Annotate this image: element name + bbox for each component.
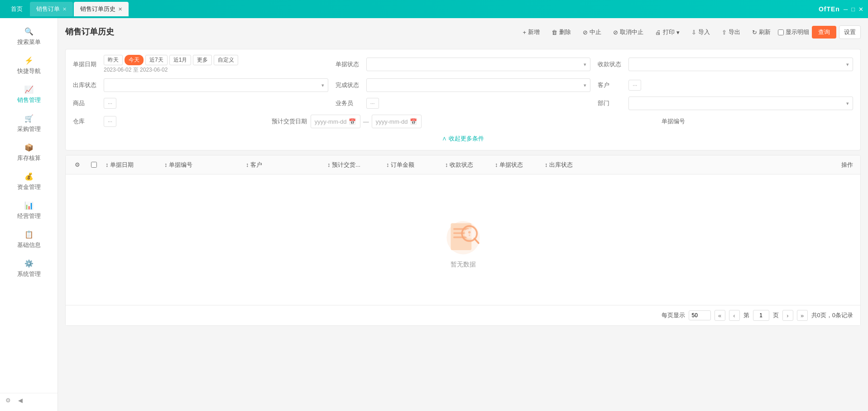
new-label: 新增 bbox=[528, 28, 540, 36]
th-date[interactable]: ↕ 单据日期 bbox=[102, 161, 161, 169]
tab-history-close[interactable]: ✕ bbox=[118, 6, 122, 12]
settings-icon[interactable]: ⚙ bbox=[5, 397, 11, 404]
date-btn-custom[interactable]: 自定义 bbox=[214, 55, 238, 65]
total-text: 共0页，0条记录 bbox=[811, 311, 853, 319]
department-arrow-icon: ▾ bbox=[846, 101, 849, 106]
completion-status-select[interactable]: ▾ bbox=[366, 78, 591, 92]
min-btn[interactable]: ─ bbox=[844, 6, 848, 13]
sidebar: 🔍 搜索菜单 ⚡ 快捷导航 📈 销售管理 🛒 采购管理 📦 库存核算 💰 资金管… bbox=[0, 18, 58, 411]
th-outbound-status[interactable]: ↕ 出库状态 bbox=[541, 161, 591, 169]
import-icon: ⇩ bbox=[691, 29, 696, 36]
date-btn-7days[interactable]: 近7天 bbox=[145, 55, 168, 65]
expected-delivery-start[interactable]: yyyy-mm-dd 📅 bbox=[311, 115, 360, 128]
import-button[interactable]: ⇩ 导入 bbox=[687, 26, 715, 39]
sidebar-label-system: 系统管理 bbox=[17, 270, 41, 278]
salesman-ellipsis-btn[interactable]: ··· bbox=[366, 98, 379, 109]
th-expected-delivery[interactable]: ↕ 预计交货... bbox=[324, 161, 383, 169]
select-all-input[interactable] bbox=[91, 162, 97, 168]
print-label: 打印 bbox=[663, 28, 675, 36]
filter-date: 单据日期 昨天 今天 近7天 近1月 更多 自定义 2023-06-02 bbox=[73, 55, 328, 74]
delete-button[interactable]: 🗑 删除 bbox=[547, 26, 575, 39]
completion-status-label: 完成状态 bbox=[336, 81, 363, 89]
sidebar-item-basic-info[interactable]: 📋 基础信息 bbox=[0, 225, 58, 254]
show-detail-checkbox[interactable]: 显示明细 bbox=[778, 28, 809, 36]
filter-row-2: 出库状态 ▾ 完成状态 ▾ 客户 ··· bbox=[73, 78, 853, 92]
max-btn[interactable]: □ bbox=[851, 6, 855, 13]
sidebar-item-operations[interactable]: 📊 经营管理 bbox=[0, 196, 58, 225]
warehouse-label: 仓库 bbox=[73, 117, 100, 126]
svg-point-9 bbox=[468, 234, 470, 236]
cancel-stop-button[interactable]: ⊘ 取消中止 bbox=[609, 26, 648, 39]
date-range-btns: 昨天 今天 近7天 近1月 更多 自定义 bbox=[104, 55, 238, 65]
sidebar-item-inventory[interactable]: 📦 库存核算 bbox=[0, 138, 58, 167]
order-status-select[interactable]: ▾ bbox=[366, 58, 591, 71]
new-button[interactable]: + 新增 bbox=[518, 26, 544, 39]
th-order-number[interactable]: ↕ 单据编号 bbox=[161, 161, 242, 169]
warehouse-ellipsis-btn[interactable]: ··· bbox=[104, 116, 116, 127]
collapse-btn[interactable]: ∧ 收起更多条件 bbox=[73, 133, 853, 145]
date-btn-1month[interactable]: 近1月 bbox=[169, 55, 192, 65]
date-btn-today[interactable]: 今天 bbox=[125, 55, 144, 65]
stop-button[interactable]: ⊘ 中止 bbox=[578, 26, 606, 39]
filter-row-4: 仓库 ··· 预计交货日期 yyyy-mm-dd 📅 — yyyy-mm-dd … bbox=[73, 115, 853, 128]
expected-delivery-control: yyyy-mm-dd 📅 — yyyy-mm-dd 📅 bbox=[311, 115, 422, 128]
sidebar-item-purchase[interactable]: 🛒 采购管理 bbox=[0, 109, 58, 138]
outbound-status-select[interactable]: ▾ bbox=[104, 78, 328, 92]
expected-delivery-end[interactable]: yyyy-mm-dd 📅 bbox=[372, 115, 422, 128]
inventory-icon: 📦 bbox=[24, 142, 34, 152]
query-button[interactable]: 查询 bbox=[812, 26, 836, 39]
filter-customer: 客户 ··· bbox=[598, 80, 853, 91]
sidebar-item-system[interactable]: ⚙️ 系统管理 bbox=[0, 254, 58, 283]
svg-rect-3 bbox=[453, 232, 466, 234]
select-all-checkbox[interactable] bbox=[86, 162, 102, 168]
sidebar-item-quick-nav[interactable]: ⚡ 快捷导航 bbox=[0, 51, 58, 80]
last-page-btn[interactable]: » bbox=[797, 310, 808, 321]
th-order-status[interactable]: ↕ 单据状态 bbox=[491, 161, 541, 169]
export-button[interactable]: ⇧ 导出 bbox=[717, 26, 745, 39]
tab-home[interactable]: 首页 bbox=[5, 2, 29, 16]
refresh-icon: ↻ bbox=[752, 29, 757, 36]
column-settings-btn[interactable]: ⚙ bbox=[69, 161, 86, 168]
th-order-amount[interactable]: ↕ 订单金额 bbox=[383, 161, 441, 169]
settings-btn[interactable]: 设置 bbox=[839, 25, 861, 39]
product-ellipsis-btn[interactable]: ··· bbox=[104, 98, 116, 109]
department-select[interactable]: ▾ bbox=[628, 97, 853, 110]
refresh-button[interactable]: ↻ 刷新 bbox=[748, 26, 775, 39]
close-btn[interactable]: ✕ bbox=[858, 6, 863, 13]
page-input[interactable] bbox=[753, 310, 769, 321]
filter-panel: 单据日期 昨天 今天 近7天 近1月 更多 自定义 2023-06-02 bbox=[65, 49, 861, 150]
payment-status-select[interactable]: ▾ bbox=[628, 58, 853, 71]
date-btn-yesterday[interactable]: 昨天 bbox=[104, 55, 123, 65]
order-number-label: 单据编号 bbox=[662, 117, 689, 126]
page-title: 销售订单历史 bbox=[65, 26, 114, 37]
tab-sales-order-close[interactable]: ✕ bbox=[62, 6, 67, 12]
customer-ellipsis-btn[interactable]: ··· bbox=[628, 80, 641, 91]
delete-label: 删除 bbox=[559, 28, 571, 36]
first-page-btn[interactable]: « bbox=[715, 310, 725, 321]
date-label-group: 昨天 今天 近7天 近1月 更多 自定义 2023-06-02 至 2023-0… bbox=[104, 55, 238, 74]
show-detail-input[interactable] bbox=[778, 29, 784, 35]
print-button[interactable]: 🖨 打印 ▾ bbox=[651, 26, 684, 39]
sidebar-item-finance[interactable]: 💰 资金管理 bbox=[0, 167, 58, 196]
page-size-select[interactable]: 20 50 100 bbox=[689, 310, 711, 320]
empty-state: 暂无数据 bbox=[66, 174, 860, 305]
th-customer-label: ↕ 客户 bbox=[246, 161, 262, 169]
sidebar-label-inventory: 库存核算 bbox=[17, 154, 41, 162]
stop-icon: ⊘ bbox=[583, 29, 588, 36]
tabs-area: 首页 销售订单 ✕ 销售订单历史 ✕ bbox=[5, 2, 819, 16]
next-page-btn[interactable]: › bbox=[782, 310, 793, 321]
sidebar-item-sales[interactable]: 📈 销售管理 bbox=[0, 80, 58, 109]
date-btn-more[interactable]: 更多 bbox=[193, 55, 212, 65]
sidebar-item-search[interactable]: 🔍 搜索菜单 bbox=[0, 22, 58, 51]
product-label: 商品 bbox=[73, 99, 100, 107]
filter-completion-status: 完成状态 ▾ bbox=[336, 78, 591, 92]
th-customer[interactable]: ↕ 客户 bbox=[242, 161, 324, 169]
tab-sales-order-history[interactable]: 销售订单历史 ✕ bbox=[74, 2, 129, 16]
tab-sales-order[interactable]: 销售订单 ✕ bbox=[30, 2, 73, 16]
collapse-sidebar-icon[interactable]: ◀ bbox=[18, 397, 23, 404]
completion-status-arrow-icon: ▾ bbox=[584, 82, 586, 88]
prev-page-btn[interactable]: ‹ bbox=[729, 310, 740, 321]
salesman-label: 业务员 bbox=[336, 99, 363, 107]
th-outbound-status-label: ↕ 出库状态 bbox=[545, 161, 573, 169]
th-payment-status[interactable]: ↕ 收款状态 bbox=[441, 161, 491, 169]
